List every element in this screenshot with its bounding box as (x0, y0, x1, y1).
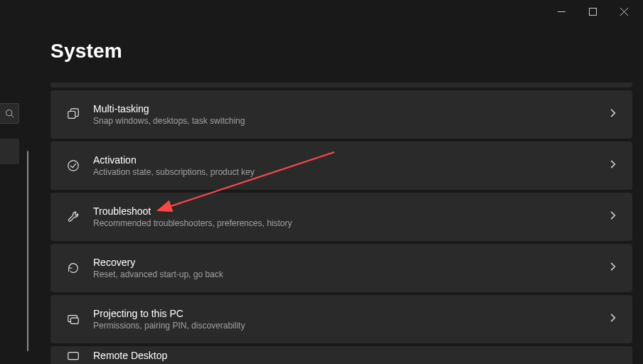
labels: Activation Activation state, subscriptio… (93, 154, 608, 177)
activation-icon (66, 159, 80, 173)
recovery-icon (66, 261, 80, 275)
projecting-icon (66, 312, 80, 326)
svg-rect-9 (70, 318, 78, 323)
labels: Multi-tasking Snap windows, desktops, ta… (93, 103, 608, 126)
chevron-right-icon (608, 210, 618, 223)
item-subtitle: Snap windows, desktops, task switching (93, 116, 608, 126)
chevron-right-icon (608, 262, 618, 274)
svg-point-4 (6, 110, 11, 116)
item-multitasking[interactable]: Multi-tasking Snap windows, desktops, ta… (51, 90, 632, 139)
remote-desktop-icon (66, 350, 80, 364)
troubleshoot-icon (66, 210, 80, 224)
labels: Troubleshoot Recommended troubleshooters… (93, 205, 608, 228)
chevron-right-icon (608, 313, 618, 326)
item-recovery[interactable]: Recovery Reset, advanced start-up, go ba… (51, 244, 632, 292)
item-remote-desktop[interactable]: Remote Desktop (51, 346, 632, 364)
svg-line-5 (11, 115, 13, 117)
sidebar-active-item[interactable] (0, 139, 19, 164)
chevron-right-icon (608, 108, 618, 121)
labels: Projecting to this PC Permissions, pairi… (93, 308, 608, 331)
previous-item-sliver (51, 82, 632, 87)
labels: Recovery Reset, advanced start-up, go ba… (93, 257, 608, 279)
item-title: Recovery (93, 257, 608, 268)
scroll-indicator[interactable] (27, 151, 28, 351)
svg-rect-10 (68, 353, 78, 360)
item-title: Troubleshoot (93, 205, 608, 217)
item-activation[interactable]: Activation Activation state, subscriptio… (51, 141, 632, 190)
item-subtitle: Activation state, subscriptions, product… (93, 167, 608, 177)
multitasking-icon (66, 107, 80, 122)
item-title: Remote Desktop (93, 350, 618, 361)
settings-list: Multi-tasking Snap windows, desktops, ta… (51, 82, 632, 364)
item-troubleshoot[interactable]: Troubleshoot Recommended troubleshooters… (51, 193, 632, 241)
svg-point-7 (68, 161, 78, 171)
item-title: Projecting to this PC (93, 308, 608, 319)
item-subtitle: Permissions, pairing PIN, discoverabilit… (93, 321, 608, 331)
item-subtitle: Reset, advanced start-up, go back (93, 269, 608, 279)
item-title: Multi-tasking (93, 103, 608, 114)
item-subtitle: Recommended troubleshooters, preferences… (93, 218, 608, 228)
search-button[interactable] (0, 103, 19, 124)
search-icon (5, 109, 14, 118)
content-area: System Multi-tasking Snap windows, deskt… (27, 0, 642, 364)
sidebar-strip (0, 0, 19, 364)
labels: Remote Desktop (93, 350, 618, 361)
item-title: Activation (93, 154, 608, 166)
item-projecting[interactable]: Projecting to this PC Permissions, pairi… (51, 295, 632, 343)
page-title: System (51, 40, 642, 63)
chevron-right-icon (608, 159, 618, 172)
svg-rect-6 (68, 112, 75, 119)
